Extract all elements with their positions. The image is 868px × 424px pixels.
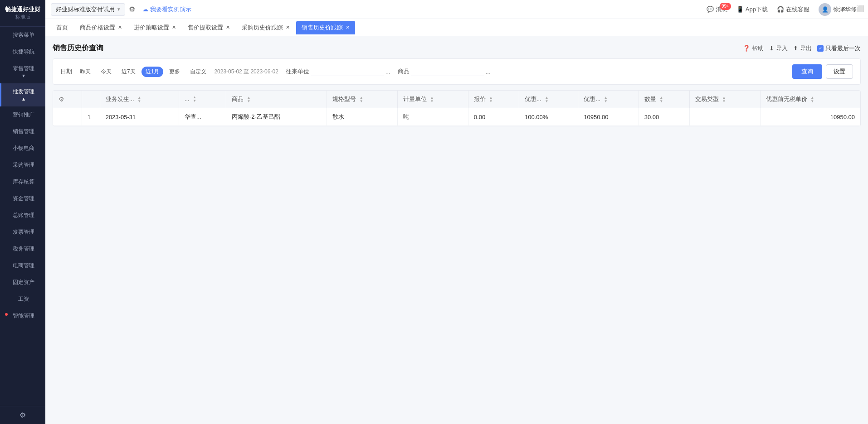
sidebar-item-ledger[interactable]: 总账管理 [0, 207, 45, 224]
import-btn[interactable]: ⬇ 导入 [769, 44, 788, 53]
col-discount-rate[interactable]: 优惠... ▲▼ [519, 91, 578, 108]
export-icon: ⬆ [793, 45, 798, 52]
sidebar-item-retail[interactable]: 零售管理 ▾ [0, 60, 45, 83]
sidebar-bottom[interactable]: ⚙ [0, 406, 45, 424]
source-input[interactable] [311, 67, 384, 76]
sidebar-item-ecommerce[interactable]: 电商管理 [0, 257, 45, 274]
sidebar-menu: 搜索菜单 快捷导航 零售管理 ▾ 批发管理 ▴ 营销推广 销售管理 小畅电商 采… [0, 27, 45, 406]
col-spec[interactable]: 规格型号 ▲▼ [327, 91, 398, 108]
settings-button[interactable]: 设置 [826, 64, 853, 79]
tab-sales-history-label: 销售历史价跟踪 [302, 24, 343, 32]
col-extra[interactable]: ... ▲▼ [179, 91, 226, 108]
sidebar-item-quick-nav[interactable]: 快捷导航 [0, 43, 45, 60]
col-quantity[interactable]: 数量 ▲▼ [639, 91, 689, 108]
col-settings[interactable]: ⚙ [53, 91, 82, 108]
date-filter-group: 日期 昨天 今天 近7天 近1月 更多 自定义 2023-05-02 至 202… [60, 67, 278, 77]
col-unit[interactable]: 计量单位 ▲▼ [397, 91, 468, 108]
tab-purchase-strategy[interactable]: 进价策略设置 ✕ [128, 21, 181, 34]
app-download-btn[interactable]: 📱 App下载 [736, 5, 768, 14]
col-discount-rate-label: 优惠... [525, 96, 541, 102]
topbar-settings-btn[interactable]: ⚙ [129, 5, 135, 14]
tab-product-price[interactable]: 商品价格设置 ✕ [74, 21, 127, 34]
sidebar-item-sales[interactable]: 销售管理 [0, 123, 45, 140]
export-btn[interactable]: ⬆ 导出 [793, 44, 812, 53]
col-quoted-price-label: 报价 [474, 96, 486, 102]
version-selector[interactable]: 好业财标准版交付试用 ▾ [51, 3, 125, 16]
date-btn-last7[interactable]: 近7天 [117, 67, 140, 77]
col-unit-label: 计量单位 [403, 96, 427, 102]
product-input[interactable] [411, 67, 484, 76]
help-btn[interactable]: ❓ 帮助 [743, 44, 764, 53]
col-quoted-price[interactable]: 报价 ▲▼ [468, 91, 519, 108]
cell-product: 丙烯酸-2-乙基己酯 [226, 108, 327, 126]
window-maximize-btn[interactable]: ⬜ [852, 0, 868, 17]
date-btn-more[interactable]: 更多 [165, 67, 184, 77]
ledger-label: 总账管理 [13, 212, 34, 219]
sidebar-item-tax[interactable]: 税务管理 [0, 241, 45, 257]
sidebar-item-search[interactable]: 搜索菜单 [0, 27, 45, 43]
close-icon: ✕ [841, 5, 846, 12]
cell-pretax-price: 10950.00 [760, 108, 860, 126]
col-biz-date[interactable]: 业务发生... ▲▼ [100, 91, 179, 108]
demo-btn[interactable]: ☁ 我要看实例演示 [142, 5, 191, 14]
sidebar-item-ecommerce-small[interactable]: 小畅电商 [0, 140, 45, 157]
window-close-btn[interactable]: ✕ [835, 0, 852, 17]
messages-btn[interactable]: 💬 消息 99+ [707, 5, 727, 14]
sort-icon-quoted: ▲▼ [489, 96, 493, 103]
tab-sales-history[interactable]: 销售历史价跟踪 ✕ [296, 21, 355, 34]
tab-sale-extract[interactable]: 售价提取设置 ✕ [182, 21, 235, 34]
sidebar-logo: 畅捷通好业财 标准版 [0, 0, 45, 27]
tab-purchase-history[interactable]: 采购历史价跟踪 ✕ [236, 21, 295, 34]
date-btn-today[interactable]: 今天 [97, 67, 116, 77]
sidebar-item-smart[interactable]: 智能管理 [0, 308, 45, 324]
sort-icon-trade-type: ▲▼ [722, 96, 726, 103]
logo-title: 畅捷通好业财 [4, 5, 42, 14]
search-menu-label: 搜索菜单 [13, 31, 34, 39]
import-icon: ⬇ [769, 45, 774, 52]
sidebar-item-marketing[interactable]: 营销推广 [0, 106, 45, 123]
messages-badge: 99+ [720, 3, 731, 10]
date-btn-custom[interactable]: 自定义 [186, 67, 210, 77]
sort-icon-product: ▲▼ [247, 96, 251, 103]
date-btn-yesterday[interactable]: 昨天 [76, 67, 95, 77]
export-label: 导出 [800, 44, 812, 53]
topbar: 好业财标准版交付试用 ▾ ⚙ ☁ 我要看实例演示 💬 消息 99+ 📱 App下… [45, 0, 868, 19]
filter-buttons: 查询 设置 [792, 64, 853, 79]
cell-biz-date: 2023-05-31 [100, 108, 179, 126]
col-product[interactable]: 商品 ▲▼ [226, 91, 327, 108]
source-dots-btn[interactable]: ... [385, 68, 390, 75]
col-discount-price-label: 优惠... [584, 96, 600, 102]
cell-discount-price: 10950.00 [578, 108, 639, 126]
tab-sale-extract-close[interactable]: ✕ [226, 24, 230, 30]
tax-label: 税务管理 [13, 245, 34, 253]
tab-home[interactable]: 首页 [51, 21, 73, 34]
tab-purchase-strategy-close[interactable]: ✕ [172, 24, 176, 30]
online-service-btn[interactable]: 🎧 在线客服 [777, 5, 809, 14]
sidebar-item-assets[interactable]: 固定资产 [0, 274, 45, 291]
finance-label: 资金管理 [13, 195, 34, 202]
query-button[interactable]: 查询 [792, 64, 822, 79]
ecommerce-label: 电商管理 [13, 262, 34, 270]
last-once-checkbox[interactable]: ✓ 只看最后一次 [817, 44, 861, 53]
tab-purchase-history-close[interactable]: ✕ [286, 24, 290, 30]
col-discount-price[interactable]: 优惠... ▲▼ [578, 91, 639, 108]
quick-nav-label: 快捷导航 [13, 48, 34, 56]
sidebar-item-purchase[interactable]: 采购管理 [0, 157, 45, 173]
tab-product-price-close[interactable]: ✕ [118, 24, 122, 30]
app-icon: 📱 [736, 6, 744, 13]
product-dots-btn[interactable]: ... [486, 68, 491, 75]
sidebar-item-finance[interactable]: 资金管理 [0, 190, 45, 207]
sidebar-item-salary[interactable]: 工资 [0, 291, 45, 308]
demo-icon: ☁ [142, 6, 148, 13]
date-btn-last1m[interactable]: 近1月 [141, 67, 164, 77]
sales-label: 销售管理 [13, 128, 34, 135]
col-trade-type[interactable]: 交易类型 ▲▼ [689, 91, 760, 108]
sidebar-item-invoice[interactable]: 发票管理 [0, 224, 45, 241]
tab-sales-history-close[interactable]: ✕ [346, 24, 350, 30]
logo-subtitle: 标准版 [4, 14, 42, 20]
col-pretax-price[interactable]: 优惠前无税单价 ▲▼ [760, 91, 860, 108]
col-biz-date-label: 业务发生... [106, 96, 134, 102]
sidebar-item-wholesale[interactable]: 批发管理 ▴ [0, 83, 45, 106]
sidebar-settings-icon[interactable]: ⚙ [20, 411, 26, 419]
sidebar-item-inventory[interactable]: 库存核算 [0, 173, 45, 190]
